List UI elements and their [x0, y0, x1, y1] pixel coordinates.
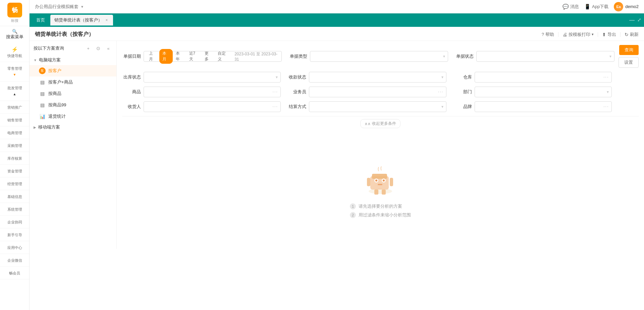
user-name: demo2: [625, 4, 639, 9]
sidebar-item-retail[interactable]: 零售管理 ▼: [0, 62, 29, 82]
divider1: [558, 32, 558, 37]
refresh-icon: ↻: [625, 32, 629, 37]
edit-scheme-button[interactable]: ⊙: [94, 44, 102, 52]
print-dropdown-button[interactable]: 🖨 按模板打印 ▾: [562, 32, 594, 38]
date-filter-control[interactable]: 上月 本月 本年 近7天 更多 自定义 2023-03-01 至 2023-03…: [144, 51, 282, 62]
group-expand-icon: ▼: [34, 58, 37, 62]
brand-control[interactable]: ···: [475, 101, 612, 112]
sidebar: 畅 标搜 🔍 搜索菜单 ⚡ 快捷导航 零售管理 ▼ 批发管理 ▲ 营销推广 销售…: [0, 0, 30, 310]
warehouse-more-icon: ···: [603, 74, 609, 80]
page-actions: ? 帮助 🖨 按模板打印 ▾ ⬆ 导出: [542, 32, 639, 38]
help-button[interactable]: ? 帮助: [542, 32, 554, 38]
query-button[interactable]: 查询: [619, 45, 639, 55]
sidebar-item-enterprise[interactable]: 企业协同: [0, 216, 29, 228]
action-bar: 查询 设置: [619, 45, 639, 68]
scheme-item-goods99-label: 按商品99: [48, 102, 66, 108]
svg-rect-9: [390, 178, 393, 186]
sidebar-item-finance[interactable]: 资金管理: [0, 165, 29, 177]
sidebar-item-ecommerce[interactable]: 电商管理: [0, 126, 29, 139]
collapse-button[interactable]: ∧∧ 收起更多条件: [360, 119, 400, 128]
export-button[interactable]: ⬆ 导出: [602, 32, 616, 38]
date-tab-last-month[interactable]: 上月: [146, 49, 159, 64]
tab-maximize-button[interactable]: ⤢: [637, 17, 641, 23]
step1-num: 1: [350, 203, 356, 209]
header-dropdown-icon[interactable]: ▾: [81, 4, 83, 9]
sidebar-item-apps[interactable]: 应用中心: [0, 241, 29, 254]
tab-home[interactable]: 首页: [32, 15, 49, 25]
app-download-button[interactable]: 📱 App下载: [584, 4, 608, 10]
scheme-item-goods99[interactable]: ▤ 按商品99: [30, 99, 116, 111]
svg-rect-7: [378, 184, 382, 185]
payment-status-label: 收款状态: [287, 74, 306, 80]
date-tab-more[interactable]: 更多: [202, 49, 215, 64]
stock-status-control[interactable]: ▾: [144, 72, 281, 83]
svg-point-6: [383, 179, 385, 182]
add-icon: +: [87, 46, 90, 51]
user-profile[interactable]: Ea demo2: [614, 2, 639, 11]
order-status-dropdown-icon: ▾: [609, 54, 611, 59]
step2-num: 2: [350, 212, 356, 218]
sidebar-item-operation[interactable]: 经营管理: [0, 177, 29, 190]
filter-department: 部门 ▾: [453, 87, 612, 97]
sidebar-item-wechat[interactable]: 企业微信: [0, 254, 29, 267]
scheme-item-by-goods[interactable]: ▤ 按商品: [30, 88, 116, 99]
empty-step-1: 1 请先选择要分析的方案: [350, 203, 411, 209]
filter-date: 单据日期 上月 本月 本年 近7天 更多 自定义: [122, 51, 282, 62]
svg-rect-10: [374, 190, 378, 195]
export-label: 导出: [607, 32, 616, 38]
header-title: 办公用品行业模拟账套: [35, 4, 78, 10]
sidebar-item-purchase[interactable]: 采购管理: [0, 139, 29, 152]
date-tab-custom[interactable]: 自定义: [215, 49, 232, 64]
header-left: 办公用品行业模拟账套 ▾: [35, 4, 83, 10]
download-icon: 📱: [584, 4, 591, 10]
settlement-label: 结算方式: [287, 104, 306, 110]
filter-row-4: 收货人 ··· 结算方式 ▾: [122, 101, 639, 112]
sidebar-item-member[interactable]: 畅会员: [0, 267, 29, 279]
scheme-icon-return: 📊: [39, 113, 46, 120]
scheme-group-mobile-header[interactable]: ▶ 移动端方案: [30, 122, 116, 132]
sidebar-item-quick-nav[interactable]: ⚡ 快捷导航: [0, 43, 29, 62]
date-tab-this-month[interactable]: 本月: [159, 49, 173, 64]
tab-minimize-button[interactable]: —: [629, 17, 635, 23]
svg-point-5: [375, 179, 377, 182]
filter-order-type: 单据类型 ▾: [288, 51, 448, 62]
date-tab-last7days[interactable]: 近7天: [186, 49, 202, 64]
refresh-button[interactable]: ↻ 刷新: [625, 32, 639, 38]
scheme-item-customer-goods[interactable]: ▤ 按客户+商品: [30, 76, 116, 88]
sidebar-item-basic[interactable]: 基础信息: [0, 190, 29, 203]
scheme-group-desktop-header[interactable]: ▼ 电脑端方案: [30, 55, 116, 65]
recipient-control[interactable]: ···: [144, 101, 281, 112]
settlement-control[interactable]: ▾: [309, 101, 446, 112]
warehouse-control[interactable]: ···: [475, 72, 612, 83]
payment-status-control[interactable]: ▾: [309, 72, 446, 83]
department-control[interactable]: ▾: [475, 87, 612, 97]
tab-sales-stats[interactable]: 销货单统计表（按客户） ×: [50, 15, 113, 25]
date-label: 单据日期: [122, 53, 141, 59]
collapse-icon: «: [107, 46, 109, 51]
sidebar-item-search[interactable]: 🔍 搜索菜单: [0, 26, 29, 43]
add-scheme-button[interactable]: +: [84, 44, 92, 52]
sidebar-item-inventory[interactable]: 库存核算: [0, 152, 29, 165]
left-panel-actions: + ⊙ «: [84, 44, 112, 52]
message-button[interactable]: 💬 消息: [562, 4, 579, 10]
order-type-control[interactable]: ▾: [310, 51, 448, 62]
sidebar-item-sales[interactable]: 销售管理: [0, 114, 29, 126]
collapse-panel-button[interactable]: «: [104, 44, 112, 52]
scheme-item-customer-label: 按客户: [48, 68, 61, 74]
goods-control[interactable]: ···: [144, 87, 281, 97]
scheme-item-by-customer[interactable]: 客 按客户: [30, 65, 116, 76]
print-dropdown-icon: ▾: [592, 32, 594, 37]
tab-close-button[interactable]: ×: [104, 18, 109, 22]
scheme-item-return-stats[interactable]: 📊 退货统计: [30, 111, 116, 122]
sidebar-item-wholesale[interactable]: 批发管理 ▲: [0, 82, 29, 101]
header-right: 💬 消息 📱 App下载 Ea demo2: [562, 2, 639, 11]
settings-button[interactable]: 设置: [619, 57, 639, 68]
sidebar-item-guide[interactable]: 新手引导: [0, 228, 29, 241]
settlement-dropdown-icon: ▾: [441, 104, 443, 109]
tab-bar: 首页 销货单统计表（按客户） × — ⤢: [30, 13, 644, 27]
date-tab-this-year[interactable]: 本年: [173, 49, 186, 64]
sidebar-item-marketing[interactable]: 营销推广: [0, 101, 29, 114]
salesperson-control[interactable]: ···: [309, 87, 446, 97]
sidebar-item-system[interactable]: 系统管理: [0, 203, 29, 216]
order-status-control[interactable]: ▾: [476, 51, 614, 62]
